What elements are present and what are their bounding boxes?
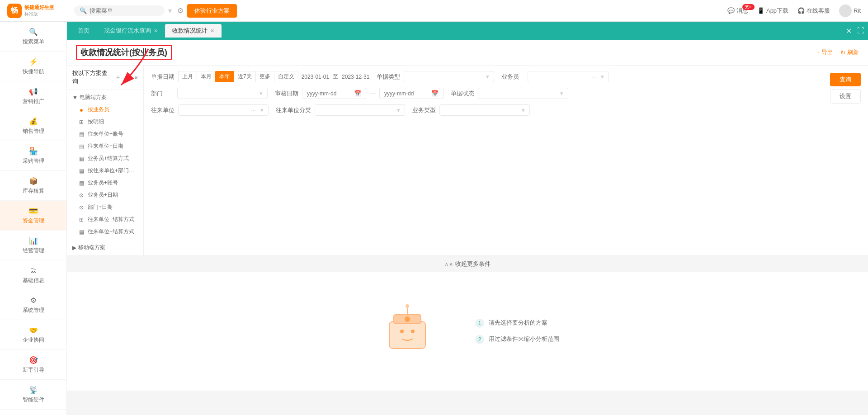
scheme-item-by-detail[interactable]: ⊞ 按明细 — [67, 116, 143, 128]
svg-point-6 — [406, 304, 409, 308]
sidebar-item-enterprise[interactable]: 🤝 企业协同 — [0, 320, 66, 350]
search-box[interactable]: 🔍 — [74, 5, 165, 16]
filter-date-item: 单据日期 上月 本月 本年 近7天 更多 自定义 — [151, 71, 369, 82]
guide-icon: 🎯 — [29, 355, 38, 364]
date-tab-last-month[interactable]: 上月 — [178, 71, 197, 82]
scheme-panel-title: 按以下方案查询 — [72, 69, 111, 85]
scheme-item-salesman-account[interactable]: ▤ 业务员+账号 — [67, 177, 143, 189]
export-btn[interactable]: ↑ 导出 — [817, 48, 834, 57]
finance-icon: 💳 — [29, 206, 38, 215]
review-date-end-field[interactable] — [384, 90, 429, 97]
date-tab-custom[interactable]: 自定义 — [274, 71, 298, 82]
sidebar-item-label: 搜索菜单 — [23, 38, 44, 46]
sidebar-item-marketing[interactable]: 📢 营销推广 — [0, 81, 66, 111]
tab-bank-flow-close[interactable]: ✕ — [154, 28, 158, 34]
refresh-btn[interactable]: ↻ 刷新 — [840, 48, 859, 57]
date-tab-this-year[interactable]: 本年 — [215, 71, 234, 82]
scheme-item-label: 按往来单位+部门+收... — [88, 167, 137, 174]
tab-maximize-btn[interactable]: ⛶ — [857, 27, 864, 35]
quick-nav-icon: ⚡ — [29, 57, 38, 66]
tip-num-2: 2 — [475, 335, 484, 344]
purchase-icon: 🏪 — [29, 146, 38, 156]
trial-btn[interactable]: 体验行业方案 — [187, 4, 237, 18]
messages-btn[interactable]: 💬 消息 99+ — [727, 7, 748, 15]
sidebar-item-purchase[interactable]: 🏪 采购管理 — [0, 141, 66, 171]
filter-main: 单据日期 上月 本月 本年 近7天 更多 自定义 — [144, 66, 868, 255]
doc-type-select[interactable] — [404, 71, 494, 82]
filter-date-range: 2023-01-01 至 2023-12-31 — [302, 73, 370, 80]
dept-select[interactable] — [177, 88, 268, 99]
inventory-icon: 📦 — [29, 176, 38, 185]
tab-home[interactable]: 首页 — [71, 24, 97, 38]
date-end-value: 2023-12-31 — [342, 74, 369, 80]
partner-category-select[interactable] — [315, 104, 405, 116]
sidebar-item-wechat[interactable]: 💬 企业微信 — [0, 410, 66, 415]
refresh-label: 刷新 — [847, 48, 859, 57]
avatar — [839, 5, 852, 17]
online-service-btn[interactable]: 🎧 在线客服 — [797, 7, 830, 15]
scheme-group-mobile-header[interactable]: ▶ 移动端方案 — [67, 241, 143, 254]
app-download-btn[interactable]: 📱 App下载 — [757, 7, 788, 15]
sidebar-item-search-menu[interactable]: 🔍 搜索菜单 — [0, 22, 66, 52]
scheme-item-partner-dept[interactable]: ▤ 按往来单位+部门+收... — [67, 165, 143, 177]
salesman-select[interactable]: ··· — [528, 71, 609, 82]
review-date-start-field[interactable] — [307, 90, 352, 97]
gear-icon[interactable]: ⚙ — [177, 6, 184, 15]
review-date-end-input[interactable]: 📅 — [379, 88, 443, 99]
scheme-item-partner-settle1[interactable]: ⊞ 往来单位+结算方式 — [67, 213, 143, 226]
query-button[interactable]: 查询 — [830, 73, 861, 86]
scheme-item-icon: ▦ — [78, 155, 85, 162]
scheme-group-desktop-header[interactable]: ▼ 电脑端方案 — [67, 91, 143, 104]
doc-status-select[interactable] — [478, 88, 568, 99]
scheme-item-partner-account[interactable]: ▤ 往来单位+账号 — [67, 128, 143, 140]
scheme-item-salesman-date[interactable]: ⊙ 业务员+日期 — [67, 189, 143, 201]
setting-button[interactable]: 设置 — [830, 89, 861, 104]
tab-bar-end: ✕ ⛶ — [846, 27, 864, 35]
sidebar-item-label: 智能硬件 — [23, 396, 44, 404]
scheme-setting-btn[interactable]: ⚙ — [125, 74, 131, 81]
scheme-item-by-salesman[interactable]: ● 按业务员 — [67, 104, 143, 116]
review-date-start-input[interactable]: 📅 — [302, 88, 366, 99]
date-tab-more[interactable]: 更多 — [255, 71, 274, 82]
sidebar-item-sales[interactable]: 💰 销售管理 — [0, 111, 66, 141]
date-tab-this-month[interactable]: 本月 — [197, 71, 216, 82]
chevron-down-icon[interactable]: ▾ — [168, 6, 172, 15]
scheme-item-icon: ⊙ — [78, 192, 85, 199]
sidebar-item-quick-nav[interactable]: ⚡ 快捷导航 — [0, 52, 66, 81]
doc-type-label: 单据类型 — [377, 73, 400, 81]
scheme-collapse-btn[interactable]: « — [134, 74, 138, 81]
biz-type-select[interactable] — [439, 104, 530, 116]
scheme-add-btn[interactable]: ＋ — [115, 73, 121, 81]
filter-salesman-item: 业务员 ··· — [501, 71, 609, 82]
scheme-item-partner-settle2[interactable]: ▤ 往来单位+结算方式 — [67, 226, 143, 238]
search-input[interactable] — [90, 7, 153, 14]
tab-close-all-btn[interactable]: ✕ — [846, 27, 852, 35]
page-body: 收款情况统计(按业务员) ↑ 导出 ↻ 刷新 按以下 — [67, 40, 868, 391]
tab-receipt-stats-close[interactable]: ✕ — [210, 28, 214, 34]
partner-select[interactable]: ··· — [178, 104, 269, 116]
filter-rows: 单据日期 上月 本月 本年 近7天 更多 自定义 — [151, 71, 816, 121]
scheme-item-partner-date[interactable]: ▤ 往来单位+日期 — [67, 140, 143, 152]
sidebar-item-operations[interactable]: 📊 经营管理 — [0, 231, 66, 260]
sidebar-item-system[interactable]: ⚙ 系统管理 — [0, 290, 66, 320]
scheme-item-dept-date[interactable]: ⊙ 部门+日期 — [67, 201, 143, 213]
scheme-item-salesman-settle[interactable]: ▦ 业务员+结算方式 — [67, 152, 143, 165]
sidebar-item-label: 资金管理 — [23, 217, 44, 225]
date-tab-7days[interactable]: 近7天 — [234, 71, 256, 82]
sidebar-item-smart-hw[interactable]: 📡 智能硬件 — [0, 380, 66, 410]
marketing-icon: 📢 — [29, 87, 38, 96]
basic-info-icon: 🗂 — [29, 266, 38, 275]
tab-receipt-stats[interactable]: 收款情况统计 ✕ — [165, 24, 222, 38]
user-profile[interactable]: Rit — [839, 5, 861, 17]
date-separator: 至 — [333, 73, 338, 80]
collapse-bar[interactable]: ∧∧ 收起更多条件 — [67, 256, 868, 272]
salesman-more-icon: ··· — [592, 73, 597, 80]
sidebar-item-finance[interactable]: 💳 资金管理 — [0, 201, 66, 231]
sidebar-item-label: 经营管理 — [23, 247, 44, 255]
sidebar: 🔍 搜索菜单 ⚡ 快捷导航 📢 营销推广 💰 销售管理 🏪 采购管理 📦 库存核… — [0, 22, 67, 415]
tab-bank-flow[interactable]: 现金银行流水查询 ✕ — [97, 24, 165, 38]
sidebar-item-inventory[interactable]: 📦 库存核算 — [0, 171, 66, 201]
sidebar-item-guide[interactable]: 🎯 新手引导 — [0, 350, 66, 380]
sidebar-item-basic-info[interactable]: 🗂 基础信息 — [0, 260, 66, 290]
doc-status-label: 单据状态 — [451, 90, 474, 98]
